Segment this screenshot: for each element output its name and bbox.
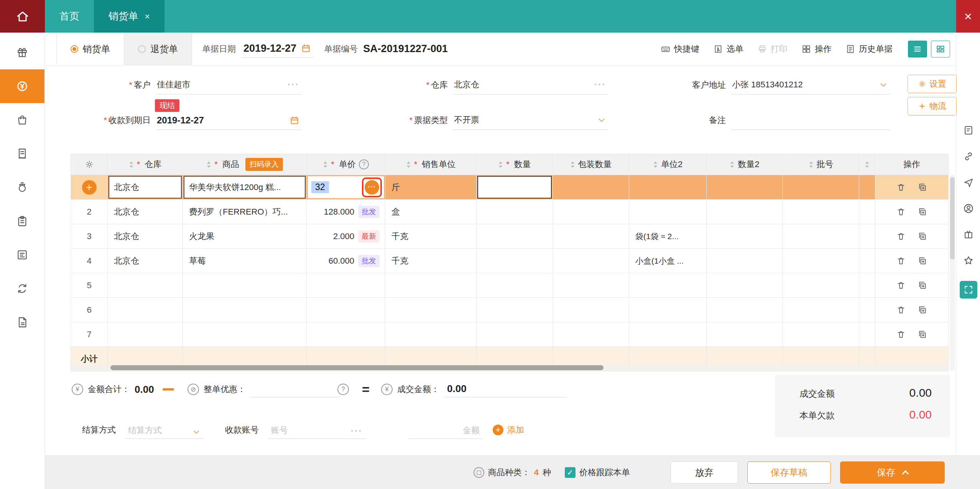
product-cell[interactable]: 火龙果 bbox=[183, 224, 307, 249]
batch-cell[interactable] bbox=[783, 322, 859, 347]
warehouse-cell[interactable]: 北京仓 bbox=[108, 175, 183, 200]
tab-sale-doc[interactable]: 销货单 bbox=[57, 33, 124, 65]
qty-cell[interactable] bbox=[477, 224, 553, 249]
batch-cell[interactable] bbox=[783, 298, 859, 322]
copy-row-button[interactable] bbox=[918, 207, 927, 217]
price-cell[interactable] bbox=[307, 298, 385, 322]
delete-row-button[interactable] bbox=[896, 231, 906, 241]
delete-row-button[interactable] bbox=[896, 182, 906, 192]
decrease-icon[interactable] bbox=[163, 388, 174, 391]
pack-qty-column-header[interactable]: 包装数量 bbox=[553, 154, 629, 175]
warehouse-cell[interactable]: 北京仓 bbox=[108, 224, 183, 249]
warehouse-more-icon[interactable]: ··· bbox=[594, 80, 606, 90]
unit-cell[interactable]: 千克 bbox=[385, 224, 477, 249]
sort-icon[interactable] bbox=[406, 161, 411, 168]
delete-row-button[interactable] bbox=[896, 207, 906, 217]
sort-icon[interactable] bbox=[653, 161, 658, 168]
account-input[interactable]: 账号 ··· bbox=[268, 423, 366, 439]
price-cell[interactable]: 60.000批发 bbox=[307, 249, 385, 273]
qty-cell[interactable] bbox=[477, 273, 553, 298]
calendar-icon[interactable] bbox=[289, 115, 299, 125]
unit-cell[interactable] bbox=[385, 322, 477, 347]
warehouse-cell[interactable]: 北京仓 bbox=[108, 200, 183, 224]
pack-qty-cell[interactable] bbox=[553, 224, 629, 249]
due-date-field[interactable]: *收款到期日 2019-12-27 bbox=[72, 111, 302, 130]
product-cell[interactable] bbox=[183, 322, 307, 347]
pack-qty-cell[interactable] bbox=[553, 273, 629, 298]
warehouse-cell[interactable]: 北京仓 bbox=[108, 249, 183, 273]
unit2-column-header[interactable]: 单位2 bbox=[629, 154, 707, 175]
unit-cell[interactable]: 千克 bbox=[385, 249, 477, 273]
sort-icon[interactable] bbox=[730, 161, 735, 168]
sort-icon[interactable] bbox=[865, 161, 870, 168]
discount-input[interactable] bbox=[250, 381, 340, 397]
batch-column-header[interactable]: 批号 bbox=[783, 154, 859, 175]
delete-row-button[interactable] bbox=[896, 281, 906, 290]
unit-column-header[interactable]: *销售单位 bbox=[385, 154, 477, 175]
qty-cell[interactable] bbox=[477, 322, 553, 347]
qty-input[interactable] bbox=[477, 176, 552, 199]
add-row-button[interactable]: + bbox=[82, 180, 97, 195]
history-button[interactable]: 历史单据 bbox=[845, 43, 893, 55]
qty2-cell[interactable] bbox=[707, 298, 783, 322]
sort-icon[interactable] bbox=[129, 161, 134, 168]
grid-view-toggle[interactable] bbox=[931, 41, 950, 57]
fullscreen-button[interactable] bbox=[960, 281, 977, 299]
unit2-cell[interactable] bbox=[629, 322, 707, 347]
qty2-cell[interactable] bbox=[707, 224, 783, 249]
pack-qty-cell[interactable] bbox=[553, 322, 629, 347]
unit-cell[interactable] bbox=[385, 298, 477, 322]
product-cell[interactable] bbox=[183, 298, 307, 322]
amount-input[interactable]: 金额 bbox=[408, 423, 483, 439]
qty-cell[interactable] bbox=[477, 298, 553, 322]
calendar-icon[interactable] bbox=[301, 43, 311, 53]
tab-home[interactable]: 首页 bbox=[45, 0, 94, 33]
unit2-cell[interactable] bbox=[629, 298, 707, 322]
save-button[interactable]: 保存 bbox=[840, 461, 945, 484]
chevron-down-icon[interactable] bbox=[192, 428, 201, 436]
product-cell[interactable]: 华美华夫软饼1200g 糕... bbox=[183, 175, 307, 200]
delete-row-button[interactable] bbox=[896, 256, 906, 266]
pack-qty-cell[interactable] bbox=[553, 298, 629, 322]
product-cell[interactable] bbox=[183, 273, 307, 298]
qty2-cell[interactable] bbox=[707, 273, 783, 298]
copy-row-button[interactable] bbox=[918, 281, 927, 290]
nav-purchase[interactable] bbox=[0, 103, 44, 137]
package-icon[interactable] bbox=[963, 229, 974, 240]
shortcuts-button[interactable]: 快捷键 bbox=[661, 43, 699, 55]
batch-cell[interactable] bbox=[783, 224, 859, 249]
settle-method-select[interactable]: 结算方式 bbox=[125, 423, 204, 439]
batch-cell[interactable] bbox=[783, 200, 859, 224]
qty2-cell[interactable] bbox=[707, 249, 783, 273]
logistics-button[interactable]: 物流 bbox=[908, 97, 957, 115]
account-more-icon[interactable]: ··· bbox=[351, 426, 363, 436]
pack-qty-cell[interactable] bbox=[553, 200, 629, 224]
qty-cell[interactable] bbox=[477, 175, 553, 200]
tab-close-icon[interactable]: × bbox=[145, 11, 150, 22]
list-view-toggle[interactable] bbox=[908, 41, 927, 57]
qty-cell[interactable] bbox=[477, 249, 553, 273]
home-nav-button[interactable] bbox=[0, 0, 45, 33]
checkbox-checked-icon[interactable]: ✓ bbox=[565, 467, 576, 478]
price-cell[interactable] bbox=[307, 322, 385, 347]
unit-cell[interactable]: 盒 bbox=[385, 200, 477, 224]
customer-address-field[interactable]: 客户地址 小张 18513401212 bbox=[674, 75, 890, 95]
price-cell[interactable]: 2.000最新 bbox=[307, 224, 385, 249]
copy-row-button[interactable] bbox=[918, 231, 927, 241]
qty2-cell[interactable] bbox=[707, 322, 783, 347]
discard-button[interactable]: 放弃 bbox=[671, 461, 738, 484]
scan-entry-button[interactable]: 扫码录入 bbox=[245, 158, 283, 171]
unit-cell[interactable]: 斤 bbox=[385, 175, 477, 200]
copy-row-button[interactable] bbox=[918, 330, 927, 340]
nav-orders[interactable] bbox=[0, 137, 44, 171]
product-cell[interactable]: 费列罗（FERRERO）巧... bbox=[183, 200, 307, 224]
nav-inventory[interactable] bbox=[0, 204, 44, 238]
copy-row-button[interactable] bbox=[918, 182, 927, 192]
price-cell[interactable] bbox=[307, 273, 385, 298]
sort-icon[interactable] bbox=[570, 161, 575, 168]
note-icon[interactable] bbox=[963, 125, 974, 136]
price-input[interactable]: 32 ··· bbox=[307, 176, 384, 199]
unit-cell[interactable] bbox=[385, 273, 477, 298]
favorite-star-icon[interactable] bbox=[963, 255, 974, 266]
delete-row-button[interactable] bbox=[896, 330, 906, 340]
